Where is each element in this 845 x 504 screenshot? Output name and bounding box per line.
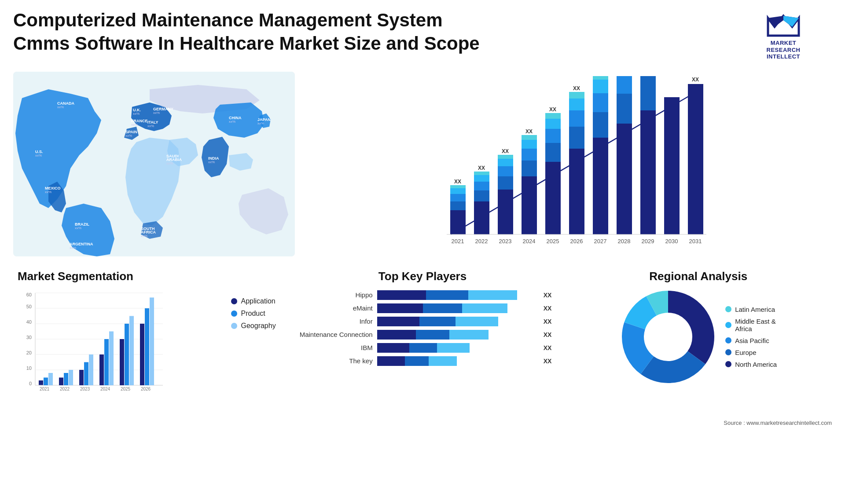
svg-rect-40: [450, 188, 466, 194]
svg-text:0: 0: [29, 381, 32, 386]
svg-text:XX: XX: [454, 179, 461, 185]
svg-rect-120: [48, 373, 53, 385]
svg-text:2031: 2031: [689, 238, 702, 245]
regional-title: Regional Analysis: [569, 270, 827, 283]
svg-rect-44: [474, 201, 489, 234]
svg-rect-134: [120, 339, 124, 385]
application-label: Application: [241, 297, 275, 305]
svg-rect-131: [104, 339, 109, 385]
svg-rect-53: [498, 166, 513, 176]
svg-text:2025: 2025: [121, 387, 131, 391]
player-bar-emaint: [377, 303, 536, 313]
svg-rect-132: [109, 331, 114, 385]
svg-rect-91: [640, 110, 656, 234]
svg-text:2026: 2026: [570, 238, 583, 245]
svg-text:2027: 2027: [594, 238, 607, 245]
player-xx-infor: XX: [544, 318, 552, 325]
mea-label: Middle East &Africa: [735, 318, 776, 332]
svg-rect-73: [569, 127, 584, 149]
logo-text: MARKET RESEARCH INTELLECT: [767, 40, 801, 60]
svg-point-147: [644, 313, 692, 361]
player-hippo: Hippo XX: [294, 290, 552, 300]
player-name-emaint: eMaint: [294, 304, 373, 312]
svg-rect-127: [84, 362, 88, 385]
svg-text:xx%: xx%: [131, 123, 138, 127]
regional-legend: Latin America Middle East &Africa Asia P…: [725, 306, 777, 368]
svg-rect-68: [545, 119, 561, 129]
svg-text:10: 10: [26, 365, 32, 371]
player-xx-mc: XX: [544, 331, 552, 338]
svg-rect-138: [140, 324, 144, 385]
svg-text:50: 50: [26, 304, 32, 309]
mea-dot: [725, 322, 731, 328]
svg-text:xx%: xx%: [45, 190, 51, 194]
svg-rect-130: [99, 354, 104, 385]
svg-rect-41: [450, 185, 466, 188]
svg-rect-45: [474, 190, 489, 201]
player-name-hippo: Hippo: [294, 291, 373, 299]
svg-rect-69: [545, 113, 561, 119]
seg-title: Market Segmentation: [18, 270, 276, 283]
player-bar-mc: [377, 330, 536, 340]
svg-text:xx%: xx%: [166, 161, 173, 165]
svg-rect-58: [522, 176, 537, 234]
svg-text:2023: 2023: [80, 387, 90, 391]
svg-rect-61: [522, 140, 537, 149]
asia-pacific-dot: [725, 337, 731, 343]
player-bar-thekey: [377, 356, 536, 366]
legend-application: Application: [231, 297, 276, 305]
latin-america-dot: [725, 306, 731, 312]
svg-rect-48: [474, 172, 489, 175]
player-bar-infor: [377, 317, 536, 326]
svg-rect-95: [664, 97, 680, 234]
svg-rect-122: [59, 377, 63, 385]
player-bar-hippo: [377, 290, 536, 300]
player-name-ibm: IBM: [294, 344, 373, 351]
page-header: Computerized Maintenance Management Syst…: [13, 9, 832, 63]
svg-rect-124: [69, 370, 73, 385]
svg-rect-139: [145, 308, 149, 385]
player-infor: Infor XX: [294, 317, 552, 326]
legend-product: Product: [231, 310, 276, 318]
player-name-mc: Maintenance Connection: [294, 331, 373, 338]
svg-rect-54: [498, 159, 513, 166]
player-name-infor: Infor: [294, 318, 373, 325]
svg-text:xx%: xx%: [141, 234, 147, 238]
svg-rect-87: [617, 94, 632, 124]
player-ibm: IBM XX: [294, 343, 552, 353]
svg-rect-118: [39, 380, 43, 385]
world-map: CANADA xx% U.S. xx% MEXICO xx% BRAZIL xx…: [13, 72, 295, 256]
svg-text:XX: XX: [478, 165, 485, 171]
donut-chart: [620, 289, 716, 385]
player-emaint: eMaint XX: [294, 303, 552, 313]
svg-rect-81: [593, 93, 608, 112]
svg-rect-80: [593, 112, 608, 138]
svg-rect-92: [640, 76, 656, 110]
svg-rect-119: [44, 377, 48, 385]
svg-rect-66: [545, 143, 561, 162]
north-america-dot: [725, 361, 731, 367]
legend-mea: Middle East &Africa: [725, 318, 777, 332]
top-key-players: Top Key Players Hippo XX eMaint: [289, 265, 556, 409]
seg-legend: Application Product Geography: [231, 289, 276, 330]
svg-text:xx%: xx%: [125, 134, 132, 138]
legend-europe: Europe: [725, 349, 777, 356]
players-list: Hippo XX eMaint: [294, 290, 552, 366]
svg-text:2021: 2021: [40, 387, 50, 391]
svg-rect-55: [498, 155, 513, 159]
svg-rect-37: [450, 210, 466, 234]
product-label: Product: [241, 310, 265, 318]
legend-asia-pacific: Asia Pacific: [725, 337, 777, 344]
svg-text:XX: XX: [502, 148, 509, 154]
svg-text:xx%: xx%: [75, 226, 81, 230]
bar-chart-svg: 2021 XX 2022 XX 2023 XX: [317, 76, 823, 252]
svg-rect-65: [545, 162, 561, 234]
svg-rect-88: [617, 76, 632, 94]
latin-america-label: Latin America: [735, 306, 775, 313]
player-xx-thekey: XX: [544, 358, 552, 365]
svg-rect-82: [593, 80, 608, 93]
svg-text:30: 30: [26, 335, 32, 340]
north-america-label: North America: [735, 361, 777, 368]
seg-chart-svg: 0 10 20 30 40 50 60: [18, 289, 167, 403]
player-the-key: The key XX: [294, 356, 552, 366]
